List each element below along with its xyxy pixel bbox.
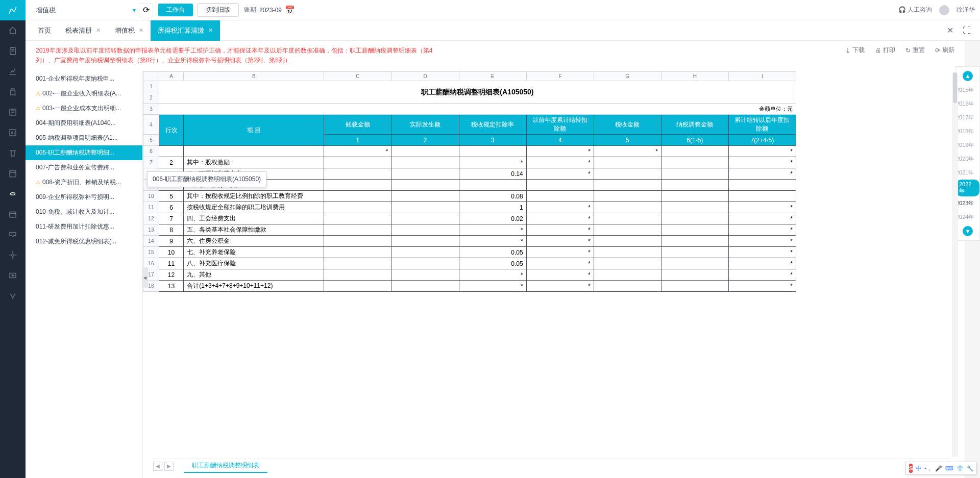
nav-video-icon[interactable]	[0, 265, 26, 286]
form-item-2[interactable]: ⚠003-一般企业成本支出明细...	[26, 101, 142, 116]
app-logo[interactable]	[0, 0, 26, 20]
form-item-10[interactable]: 011-研发费用加计扣除优惠...	[26, 219, 142, 234]
download-button[interactable]: ⤓ 下载	[845, 46, 865, 55]
year-2016年[interactable]: 2016年	[956, 97, 979, 111]
form-item-3[interactable]: 004-期间费用明细表(A1040...	[26, 116, 142, 131]
year-panel: ▲ 2015年2016年2017年2018年2019年2020年2021年202…	[955, 66, 980, 241]
nav-calendar-icon[interactable]	[0, 163, 26, 184]
nav-inbox-icon[interactable]	[0, 224, 26, 245]
chevron-down-icon[interactable]: ▾	[133, 7, 136, 14]
nav-archive-icon[interactable]	[0, 204, 26, 224]
nav-money-icon[interactable]	[0, 82, 26, 102]
scrollbar-vertical[interactable]	[952, 72, 958, 457]
nav-doc-icon[interactable]	[0, 41, 26, 61]
form-item-4[interactable]: 005-纳税调整项目明细表(A1...	[26, 131, 142, 145]
form-item-11[interactable]: 012-减免所得税优惠明细表(...	[26, 234, 142, 249]
year-2020年[interactable]: 2020年	[956, 152, 979, 166]
year-2017年[interactable]: 2017年	[956, 111, 979, 124]
tabs-bar: 首页税表清册✕增值税✕所得税汇算清缴✕ ✕ ⛶	[26, 20, 980, 41]
year-2018年[interactable]: 2018年	[956, 124, 979, 138]
year-2024年[interactable]: 2024年	[956, 210, 979, 224]
warn-icon: ⚠	[36, 180, 40, 185]
svg-point-5	[12, 254, 14, 257]
collapse-handle[interactable]: ◀	[142, 267, 148, 288]
year-down-icon[interactable]: ▼	[963, 226, 973, 236]
print-button[interactable]: 🖨 打印	[875, 46, 895, 55]
ime-skin-icon[interactable]: 👕	[957, 465, 964, 472]
tab-0[interactable]: 首页	[31, 20, 58, 41]
form-tooltip: 006-职工薪酬纳税调整明细表(A105050)	[147, 171, 266, 187]
nav-book-icon[interactable]	[0, 102, 26, 122]
nav-active-icon[interactable]	[0, 184, 26, 204]
calendar-icon[interactable]: 📅	[285, 5, 295, 15]
form-item-8[interactable]: 009-企业所得税弥补亏损明...	[26, 190, 142, 205]
year-2022年[interactable]: 2022年	[956, 180, 979, 196]
form-list: 001-企业所得税年度纳税申...⚠002-一般企业收入明细表(A...⚠003…	[26, 71, 143, 478]
main-area: 2019年度涉及取以前年度结转数据的申报表单元格需要手工维护正确，才能保证本年及…	[26, 41, 965, 478]
tab-1[interactable]: 税表清册✕	[58, 20, 108, 41]
tab-3[interactable]: 所得税汇算清缴✕	[151, 20, 220, 41]
close-icon[interactable]: ✕	[208, 27, 213, 34]
year-2023年[interactable]: 2023年	[956, 196, 979, 210]
left-nav-rail	[0, 0, 26, 478]
warn-icon: ⚠	[36, 106, 40, 111]
sheet-tab[interactable]: 职工薪酬纳税调整明细表	[184, 459, 267, 473]
top-bar: 增值税 ▾ ⟳ 工作台 切到旧版 账期 2023-09 📅 🎧 人工咨询 徐泽华	[26, 0, 980, 20]
ime-lang[interactable]: 中	[916, 465, 921, 472]
spreadsheet-area[interactable]: ABCDEFGHI1职工薪酬纳税调整明细表(A105050)23金额单位：元4行…	[143, 71, 965, 478]
nav-chart-icon[interactable]	[0, 61, 26, 82]
ime-punct[interactable]: •，	[924, 465, 932, 472]
ime-tool-icon[interactable]: 🔧	[967, 465, 974, 472]
svg-rect-3	[10, 171, 16, 177]
ime-s-icon: S	[909, 464, 913, 473]
tax-type-dropdown[interactable]: 增值税	[31, 6, 133, 15]
close-tab-icon[interactable]: ✕	[942, 26, 959, 35]
ime-kbd-icon[interactable]: ⌨	[945, 465, 953, 472]
ime-mic-icon[interactable]: 🎤	[935, 465, 942, 472]
nav-report-icon[interactable]	[0, 122, 26, 143]
nav-home-icon[interactable]	[0, 20, 26, 41]
consult-link[interactable]: 🎧 人工咨询	[898, 6, 932, 14]
period-label: 账期	[244, 6, 256, 14]
ime-bar[interactable]: S 中 •， 🎤 ⌨ 👕 🔧	[905, 462, 977, 475]
year-2021年[interactable]: 2021年	[956, 166, 979, 180]
sync-icon[interactable]: ⟳	[139, 3, 153, 17]
year-up-icon[interactable]: ▲	[963, 71, 973, 81]
dropdown-label: 增值税	[36, 6, 56, 15]
nav-settings-icon[interactable]	[0, 245, 26, 265]
close-icon[interactable]: ✕	[96, 27, 101, 34]
switch-old-button[interactable]: 切到旧版	[197, 3, 239, 17]
form-item-1[interactable]: ⚠002-一般企业收入明细表(A...	[26, 86, 142, 101]
year-2015年[interactable]: 2015年	[956, 83, 979, 97]
period-value[interactable]: 2023-09	[259, 7, 282, 14]
warning-text: 2019年度涉及取以前年度结转数据的申报表单元格需要手工维护正确，才能保证本年及…	[36, 46, 444, 65]
avatar[interactable]	[939, 5, 949, 15]
tab-2[interactable]: 增值税✕	[108, 20, 151, 41]
username[interactable]: 徐泽华	[957, 6, 975, 14]
year-2019年[interactable]: 2019年	[956, 138, 979, 152]
form-item-9[interactable]: 010-免税、减计收入及加计...	[26, 205, 142, 219]
sheet-nav-first[interactable]: ◀	[153, 462, 162, 471]
refresh-button[interactable]: ⟳ 刷新	[935, 46, 954, 55]
sheet-nav-prev[interactable]: ▶	[164, 462, 174, 471]
form-item-0[interactable]: 001-企业所得税年度纳税申...	[26, 71, 142, 86]
form-item-7[interactable]: ⚠008-资产折旧、摊销及纳税...	[26, 175, 142, 190]
reset-button[interactable]: ↻ 重置	[905, 46, 925, 55]
nav-v-icon[interactable]	[0, 286, 26, 306]
worktable-button[interactable]: 工作台	[158, 4, 193, 16]
form-item-6[interactable]: 007-广告费和业务宣传费跨...	[26, 160, 142, 175]
warn-icon: ⚠	[36, 91, 40, 96]
nav-tax-icon[interactable]	[0, 143, 26, 163]
form-item-5[interactable]: 006-职工薪酬纳税调整明细...	[26, 145, 142, 160]
fullscreen-icon[interactable]: ⛶	[959, 26, 975, 35]
svg-rect-4	[10, 212, 16, 218]
close-icon[interactable]: ✕	[139, 27, 143, 34]
